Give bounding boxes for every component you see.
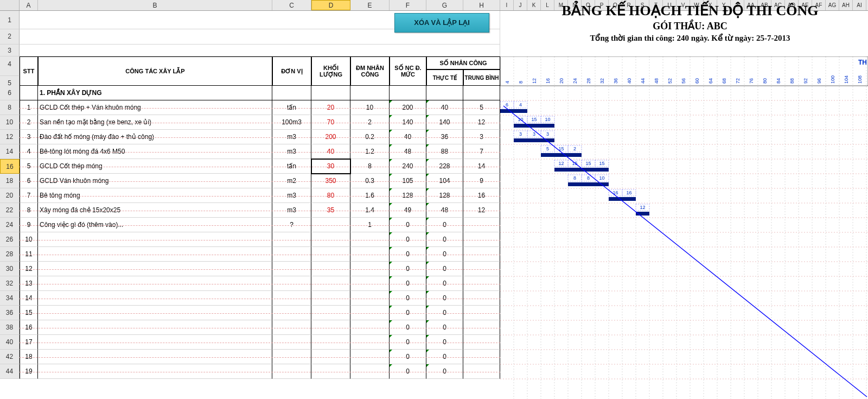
cell-unit[interactable] <box>272 335 311 350</box>
cell-task-name[interactable] <box>38 320 272 335</box>
row-header[interactable]: 30 <box>0 262 20 276</box>
cell-task-name[interactable]: GCLD Cốt thép móng <box>38 159 272 174</box>
cell-ncdm[interactable]: 0 <box>390 335 426 350</box>
cell-actual[interactable]: 0 <box>426 247 463 262</box>
cell-avg[interactable] <box>463 320 500 335</box>
cell-stt[interactable]: 11 <box>20 247 38 262</box>
cell-actual[interactable]: 0 <box>426 232 463 247</box>
cell-norm[interactable]: 10 <box>350 100 390 115</box>
cell-qty[interactable] <box>311 291 350 306</box>
row-header[interactable]: 16 <box>0 159 20 174</box>
cell-qty[interactable]: 40 <box>311 144 350 159</box>
cell-stt[interactable]: 12 <box>20 262 38 276</box>
cell-norm[interactable]: 2 <box>350 115 390 130</box>
col-header-AF[interactable]: AF <box>812 0 826 10</box>
col-header-B[interactable]: B <box>38 0 272 10</box>
cell-ncdm[interactable]: 0 <box>390 364 426 379</box>
cell-norm[interactable] <box>350 262 390 276</box>
row-header[interactable]: 26 <box>0 232 20 247</box>
cell-ncdm[interactable]: 0 <box>390 247 426 262</box>
cell-stt[interactable]: 15 <box>20 306 38 320</box>
cell-unit[interactable]: m3 <box>272 188 311 203</box>
row-header[interactable]: 36 <box>0 306 20 320</box>
cell-actual[interactable]: 104 <box>426 174 463 188</box>
col-header-U[interactable]: U <box>663 0 676 10</box>
cell-unit[interactable]: m2 <box>272 174 311 188</box>
cell-stt[interactable]: 18 <box>20 350 38 364</box>
cell-norm[interactable] <box>350 276 390 291</box>
cell-avg[interactable] <box>463 335 500 350</box>
cell-task-name[interactable] <box>38 306 272 320</box>
cell-task-name[interactable] <box>38 247 272 262</box>
cell-avg[interactable] <box>463 218 500 232</box>
col-header-Y[interactable]: Y <box>717 0 731 10</box>
cell-ncdm[interactable]: 240 <box>390 159 426 174</box>
cell-qty[interactable]: 70 <box>311 115 350 130</box>
cell-norm[interactable]: 1.4 <box>350 203 390 218</box>
cell-ncdm[interactable]: 0 <box>390 276 426 291</box>
row-header[interactable]: 18 <box>0 174 20 188</box>
cell-avg[interactable] <box>463 232 500 247</box>
cell-task-name[interactable]: Bê-tông lót móng đá 4x6 M50 <box>38 144 272 159</box>
cell-avg[interactable] <box>463 276 500 291</box>
cell-actual[interactable]: 228 <box>426 159 463 174</box>
cell-actual[interactable]: 128 <box>426 188 463 203</box>
select-all-corner[interactable] <box>0 0 20 10</box>
row-header[interactable]: 8 <box>0 100 20 115</box>
cell-actual[interactable]: 88 <box>426 144 463 159</box>
cell-ncdm[interactable]: 0 <box>390 291 426 306</box>
col-header-Q[interactable]: Q <box>609 0 622 10</box>
cell[interactable] <box>390 86 426 100</box>
cell-task-name[interactable]: GCLD Ván khuôn móng <box>38 174 272 188</box>
cell[interactable] <box>20 86 38 100</box>
cell-norm[interactable]: 1.2 <box>350 144 390 159</box>
cell-stt[interactable]: 13 <box>20 276 38 291</box>
cell-task-name[interactable]: Công việc gì đó (thêm vào)... <box>38 218 272 232</box>
cell-task-name[interactable] <box>38 276 272 291</box>
cell-actual[interactable]: 36 <box>426 130 463 144</box>
cell-unit[interactable]: m3 <box>272 203 311 218</box>
cell-avg[interactable]: 7 <box>463 144 500 159</box>
cell-avg[interactable] <box>463 306 500 320</box>
col-header-J[interactable]: J <box>514 0 527 10</box>
cell-qty[interactable] <box>311 335 350 350</box>
cell-qty[interactable] <box>311 320 350 335</box>
col-header-V[interactable]: V <box>676 0 690 10</box>
cell-actual[interactable]: 0 <box>426 291 463 306</box>
col-header-M[interactable]: M <box>554 0 568 10</box>
cell-stt[interactable]: 14 <box>20 291 38 306</box>
cell-actual[interactable]: 0 <box>426 335 463 350</box>
cell-ncdm[interactable]: 140 <box>390 115 426 130</box>
cell-qty[interactable] <box>311 306 350 320</box>
section-title-cell[interactable]: 1. PHẦN XÂY DỰNG <box>38 86 272 100</box>
cell-stt[interactable]: 6 <box>20 174 38 188</box>
cell-unit[interactable]: ? <box>272 218 311 232</box>
cell[interactable] <box>350 86 390 100</box>
row-header[interactable]: 6 <box>0 86 20 100</box>
cell-task-name[interactable] <box>38 350 272 364</box>
cell-qty[interactable]: 30 <box>311 159 350 174</box>
cell-norm[interactable] <box>350 247 390 262</box>
cell-stt[interactable]: 4 <box>20 144 38 159</box>
row-header[interactable]: 22 <box>0 203 20 218</box>
cell-stt[interactable]: 8 <box>20 203 38 218</box>
col-header-Z[interactable]: Z <box>731 0 744 10</box>
cell-ncdm[interactable]: 0 <box>390 320 426 335</box>
cell-unit[interactable] <box>272 262 311 276</box>
cell-unit[interactable] <box>272 232 311 247</box>
cell-unit[interactable]: 100m3 <box>272 115 311 130</box>
col-header-F[interactable]: F <box>390 0 426 10</box>
cell-avg[interactable] <box>463 291 500 306</box>
cell-qty[interactable]: 200 <box>311 130 350 144</box>
row-header[interactable]: 32 <box>0 276 20 291</box>
cell-actual[interactable]: 0 <box>426 364 463 379</box>
row-header[interactable]: 3 <box>0 45 20 56</box>
col-header-A[interactable]: A <box>20 0 38 10</box>
col-header-E[interactable]: E <box>350 0 390 10</box>
row-header[interactable]: 1 <box>0 11 20 29</box>
cell-norm[interactable] <box>350 291 390 306</box>
cell-avg[interactable] <box>463 247 500 262</box>
cell-stt[interactable]: 3 <box>20 130 38 144</box>
cell-norm[interactable] <box>350 335 390 350</box>
cell-norm[interactable]: 0.2 <box>350 130 390 144</box>
